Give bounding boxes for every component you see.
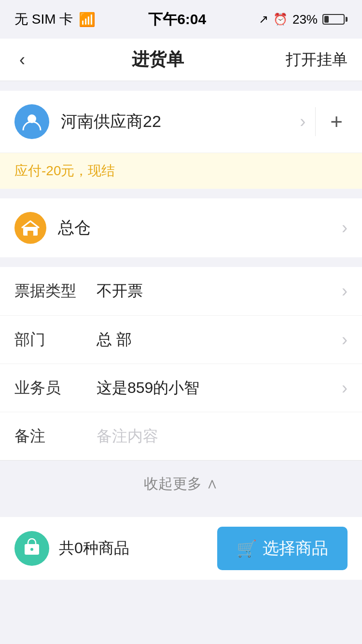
notice-text: 应付-20元，现结 (14, 163, 115, 178)
location-icon: ↗ (259, 13, 268, 26)
invoice-type-chevron-icon: › (342, 281, 348, 301)
wifi-icon: 📶 (79, 12, 96, 28)
page-title: 进货单 (132, 48, 184, 71)
salesman-chevron-icon: › (342, 378, 348, 398)
back-button[interactable]: ‹ (14, 45, 30, 75)
select-label: 选择商品 (263, 537, 328, 560)
invoice-type-value: 不开票 (97, 280, 337, 302)
warehouse-row[interactable]: 总仓 › (0, 198, 362, 257)
supplier-section: 河南供应商22 › + 应付-20元，现结 (0, 91, 362, 189)
collapse-label: 收起更多 ∧ (144, 474, 218, 494)
invoice-type-row[interactable]: 票据类型 不开票 › (0, 267, 362, 315)
notice-bar: 应付-20元，现结 (0, 153, 362, 189)
select-icon: 🛒 (237, 539, 257, 558)
svg-point-4 (30, 548, 33, 551)
department-row[interactable]: 部门 总 部 › (0, 315, 362, 364)
product-count: 共0种商品 (59, 538, 217, 559)
department-label: 部门 (14, 329, 87, 350)
remark-label: 备注 (14, 426, 87, 447)
gap-1 (0, 81, 362, 91)
add-button[interactable]: + (325, 105, 348, 139)
divider (315, 107, 316, 136)
department-chevron-icon: › (342, 330, 348, 350)
battery-percent: 23% (292, 12, 318, 27)
salesman-value: 这是859的小智 (97, 378, 337, 399)
product-icon (14, 531, 49, 566)
gap-4 (0, 507, 362, 517)
department-value: 总 部 (97, 329, 337, 350)
salesman-label: 业务员 (14, 378, 87, 399)
supplier-avatar (14, 104, 49, 139)
warehouse-section: 总仓 › (0, 198, 362, 257)
status-time: 下午6:04 (148, 10, 206, 29)
carrier-label: 无 SIM 卡 (14, 10, 73, 28)
select-product-button[interactable]: 🛒 选择商品 (217, 527, 348, 570)
nav-bar: ‹ 进货单 打开挂单 (0, 39, 362, 81)
supplier-name: 河南供应商22 (61, 111, 295, 133)
collapse-bar[interactable]: 收起更多 ∧ (0, 460, 362, 507)
warehouse-chevron-icon: › (342, 218, 348, 238)
svg-rect-2 (28, 231, 33, 236)
warehouse-name: 总仓 (58, 217, 337, 239)
product-bar: 共0种商品 🛒 选择商品 (0, 517, 362, 580)
salesman-row[interactable]: 业务员 这是859的小智 › (0, 364, 362, 412)
alarm-icon: ⏰ (273, 13, 288, 26)
gap-3 (0, 257, 362, 267)
content-area: 河南供应商22 › + 应付-20元，现结 总仓 › (0, 81, 362, 580)
supplier-row[interactable]: 河南供应商22 › + (0, 91, 362, 153)
gap-2 (0, 189, 362, 198)
form-section: 票据类型 不开票 › 部门 总 部 › 业务员 这是859的小智 › 备注 备注… (0, 267, 362, 460)
supplier-chevron-icon: › (300, 112, 306, 132)
battery-icon (322, 14, 348, 25)
status-right: ↗ ⏰ 23% (259, 12, 348, 27)
remark-placeholder[interactable]: 备注内容 (97, 426, 348, 447)
invoice-type-label: 票据类型 (14, 280, 87, 302)
remark-row[interactable]: 备注 备注内容 (0, 412, 362, 460)
open-pending-button[interactable]: 打开挂单 (286, 49, 348, 70)
status-left: 无 SIM 卡 📶 (14, 10, 96, 28)
warehouse-icon (14, 212, 46, 244)
status-bar: 无 SIM 卡 📶 下午6:04 ↗ ⏰ 23% (0, 0, 362, 39)
